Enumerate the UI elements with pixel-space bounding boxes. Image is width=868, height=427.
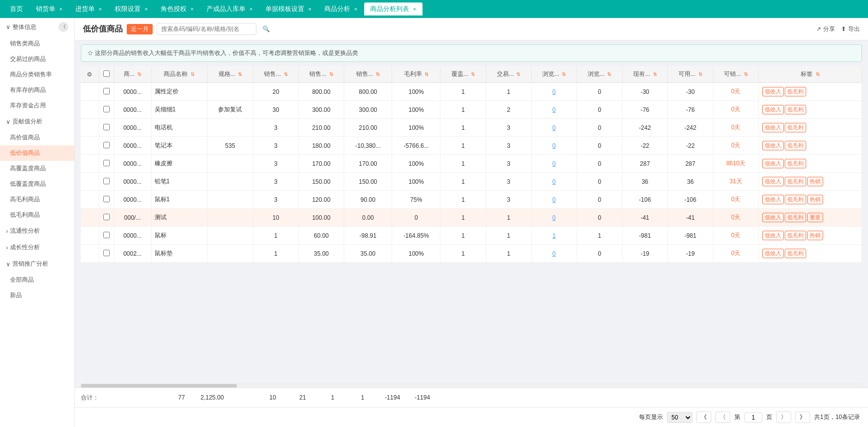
gear-icon[interactable]: ⚙ [81,66,99,83]
col-sellable[interactable]: 可销... ⇅ [713,66,758,83]
row-checkbox[interactable] [103,214,110,220]
sidebar-item-high-coverage[interactable]: 高覆盖度商品 [0,161,74,176]
nav-product-in[interactable]: 产成品入库单 × [201,2,258,15]
row-checkbox-cell[interactable] [99,245,114,263]
view1-cell[interactable]: 0 [531,245,577,263]
row-checkbox[interactable] [103,178,110,184]
first-page-btn[interactable]: 《 [696,412,711,423]
select-all-checkbox[interactable] [103,70,110,77]
sidebar-item-low-margin[interactable]: 低毛利商品 [0,207,74,223]
share-btn[interactable]: ↗ 分享 [816,25,835,33]
col-available[interactable]: 可用... ⇅ [667,66,713,83]
col-sales-qty[interactable]: 销售... ⇅ [253,66,298,83]
next-page-btn[interactable]: 〉 [776,412,791,423]
close-icon[interactable]: × [413,6,416,12]
sidebar-item-traded-products[interactable]: 交易过的商品 [0,51,74,67]
sidebar-section-growth[interactable]: › 成长性分析 [0,239,74,256]
sidebar-item-sales-products[interactable]: 销售类商品 [0,36,74,51]
col-sales-price[interactable]: 销售... ⇅ [298,66,344,83]
nav-product-analysis-list[interactable]: 商品分析列表 × [364,2,422,15]
col-name[interactable]: 商品名称 ⇅ [151,66,207,83]
view-link[interactable]: 0 [552,160,556,167]
view-link[interactable]: 0 [552,196,556,203]
sidebar-section-contribution[interactable]: ∨ 贡献值分析 [0,113,74,130]
nav-role[interactable]: 角色授权 × [155,2,200,15]
sidebar-item-stock-capital[interactable]: 库存资金占用 [0,98,74,113]
close-icon[interactable]: × [145,6,148,12]
nav-purchase[interactable]: 进货单 × [69,2,108,15]
sidebar-item-new-products[interactable]: 新品 [0,288,74,303]
sidebar-item-high-value[interactable]: 高价值商品 [0,130,74,145]
nav-sales[interactable]: 销货单 × [30,2,68,15]
view-link[interactable]: 0 [552,214,556,221]
view1-cell[interactable]: 0 [531,137,577,155]
view-link[interactable]: 0 [552,142,556,149]
view-link[interactable]: 0 [552,88,556,95]
row-checkbox-cell[interactable] [99,155,114,173]
nav-product-analysis[interactable]: 商品分析 × [318,2,363,15]
export-btn[interactable]: ⬆ 导出 [841,25,860,33]
view-link[interactable]: 0 [552,178,556,185]
last-page-btn[interactable]: 》 [795,412,810,423]
horizontal-scrollbar[interactable] [81,384,862,388]
row-checkbox-cell[interactable] [99,83,114,101]
prev-page-btn[interactable]: 〈 [715,412,730,423]
row-checkbox[interactable] [103,88,110,94]
current-page-input[interactable] [744,413,762,423]
close-icon[interactable]: × [354,6,357,12]
header-checkbox[interactable] [99,66,114,83]
row-checkbox-cell[interactable] [99,191,114,209]
close-icon[interactable]: × [59,6,62,12]
view-link[interactable]: 0 [552,250,556,257]
sidebar-item-category-sales-rate[interactable]: 商品分类销售率 [0,67,74,82]
col-code[interactable]: 商... ⇅ [114,66,151,83]
row-checkbox-cell[interactable] [99,101,114,119]
view1-cell[interactable]: 0 [531,173,577,191]
view-link[interactable]: 1 [552,232,556,239]
col-view2[interactable]: 浏览... ⇅ [577,66,622,83]
row-checkbox-cell[interactable] [99,227,114,245]
sidebar-section-liquidity[interactable]: › 流通性分析 [0,223,74,239]
col-view1[interactable]: 浏览... ⇅ [531,66,577,83]
row-checkbox[interactable] [103,106,110,112]
col-current-stock[interactable]: 现有... ⇅ [622,66,667,83]
sidebar-item-stock-products[interactable]: 有库存的商品 [0,82,74,98]
sidebar-item-low-coverage[interactable]: 低覆盖度商品 [0,176,74,192]
view-link[interactable]: 0 [552,124,556,131]
nav-home[interactable]: 首页 [4,2,29,15]
scrollbar-thumb[interactable] [81,384,237,388]
row-checkbox-cell[interactable] [99,119,114,137]
close-icon[interactable]: × [99,6,102,12]
search-input[interactable] [157,23,256,35]
nav-template[interactable]: 单据模板设置 × [259,2,317,15]
row-checkbox-cell[interactable] [99,137,114,155]
view1-cell[interactable]: 0 [531,155,577,173]
view1-cell[interactable]: 0 [531,101,577,119]
row-checkbox[interactable] [103,232,110,238]
view-link[interactable]: 0 [552,106,556,113]
col-sales-amount[interactable]: 销售... ⇅ [344,66,392,83]
view1-cell[interactable]: 0 [531,209,577,227]
col-gross-margin[interactable]: 毛利率 ⇅ [392,66,440,83]
collapse-btn[interactable]: 《 [58,22,68,32]
row-checkbox-cell[interactable] [99,209,114,227]
nav-permission[interactable]: 权限设置 × [109,2,154,15]
sidebar-section-overview[interactable]: ∨ 整体信息 《 [0,18,74,36]
view1-cell[interactable]: 0 [531,83,577,101]
row-checkbox[interactable] [103,250,110,256]
sidebar-item-high-margin[interactable]: 高毛利商品 [0,192,74,207]
view1-cell[interactable]: 1 [531,227,577,245]
page-size-select[interactable]: 50 100 200 [667,412,692,423]
row-checkbox[interactable] [103,196,110,202]
view1-cell[interactable]: 0 [531,191,577,209]
search-icon[interactable]: 🔍 [262,25,270,32]
view1-cell[interactable]: 0 [531,119,577,137]
col-coverage[interactable]: 覆盖... ⇅ [440,66,486,83]
close-icon[interactable]: × [191,6,194,12]
sidebar-item-low-value[interactable]: 低价值商品 [0,145,74,161]
row-checkbox[interactable] [103,142,110,148]
col-tags[interactable]: 标签 ⇅ [759,66,862,83]
col-transaction[interactable]: 交易... ⇅ [486,66,531,83]
row-checkbox-cell[interactable] [99,173,114,191]
close-icon[interactable]: × [249,6,252,12]
